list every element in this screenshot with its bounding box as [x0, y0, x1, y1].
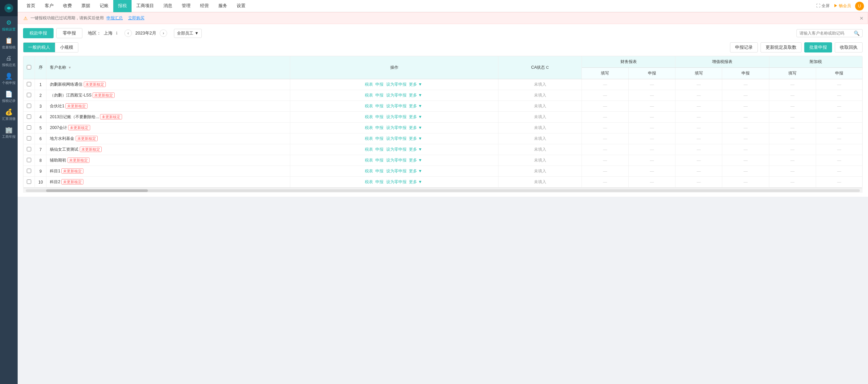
op-tax-form[interactable]: 税表: [365, 93, 373, 98]
op-declare[interactable]: 申报: [375, 179, 383, 184]
nav-tax[interactable]: 报税: [113, 0, 132, 12]
op-more[interactable]: 更多 ▼: [409, 125, 422, 130]
row-checkbox[interactable]: [23, 90, 35, 101]
op-declare[interactable]: 申报: [375, 104, 383, 108]
op-tax-form[interactable]: 税表: [365, 147, 373, 152]
op-declare[interactable]: 申报: [375, 93, 383, 98]
op-more[interactable]: 更多 ▼: [409, 169, 422, 173]
tab-small-taxpayer[interactable]: 小规模: [55, 43, 78, 52]
sidebar-item-annual-report[interactable]: 🏢 工商年报: [0, 124, 18, 142]
op-declare[interactable]: 申报: [375, 147, 383, 152]
op-tax-form[interactable]: 税表: [365, 104, 373, 108]
row-tax-declare: —: [722, 90, 769, 101]
search-icon[interactable]: 🔍: [854, 30, 860, 36]
nav-industrial[interactable]: 工商项目: [132, 0, 159, 12]
op-declare[interactable]: 申报: [375, 82, 383, 87]
sidebar-item-tax-records[interactable]: 📄 报税记录: [0, 88, 18, 106]
nav-manage[interactable]: 管理: [177, 0, 195, 12]
search-box[interactable]: 🔍: [796, 29, 863, 37]
sidebar-item-personal-tax[interactable]: 👤 个税申报: [0, 70, 18, 88]
update-quota-btn[interactable]: 更新统定及取数: [761, 42, 802, 52]
op-tax-form[interactable]: 税表: [365, 158, 373, 163]
op-set-zero[interactable]: 设为零申报: [386, 125, 407, 130]
op-declare[interactable]: 申报: [375, 136, 383, 141]
op-set-zero[interactable]: 设为零申报: [386, 158, 407, 163]
sidebar-item-annual-settle[interactable]: 💰 汇算清缴: [0, 106, 18, 124]
op-tax-form[interactable]: 税表: [365, 114, 373, 119]
batch-declare-btn[interactable]: 批量申报: [804, 42, 832, 52]
op-more[interactable]: 更多 ▼: [409, 136, 422, 141]
op-more[interactable]: 更多 ▼: [409, 104, 422, 108]
select-all-checkbox[interactable]: [27, 65, 31, 69]
op-set-zero[interactable]: 设为零申报: [386, 136, 407, 141]
op-more[interactable]: 更多 ▼: [409, 82, 422, 87]
op-more[interactable]: 更多 ▼: [409, 147, 422, 152]
personal-tax-icon: 👤: [5, 72, 13, 80]
date-next-btn[interactable]: ›: [160, 29, 167, 37]
nav-operation[interactable]: 经营: [195, 0, 214, 12]
topnav-right: ⛶ 全屏 ▶ 畅会员 U: [816, 2, 864, 10]
row-checkbox[interactable]: [23, 155, 35, 166]
fullscreen-btn[interactable]: ⛶ 全屏: [816, 3, 829, 9]
buy-now-link[interactable]: 立即购买: [128, 15, 144, 21]
op-tax-form[interactable]: 税表: [365, 179, 373, 184]
op-tax-form[interactable]: 税表: [365, 136, 373, 141]
op-set-zero[interactable]: 设为零申报: [386, 147, 407, 152]
declare-record-btn[interactable]: 申报记录: [730, 42, 758, 52]
op-more[interactable]: 更多 ▼: [409, 114, 422, 119]
op-set-zero[interactable]: 设为零申报: [386, 104, 407, 108]
department-select[interactable]: 全部员工 ▼: [174, 29, 202, 38]
op-declare[interactable]: 申报: [375, 169, 383, 173]
op-declare[interactable]: 申报: [375, 114, 383, 119]
banner-close-btn[interactable]: ✕: [860, 16, 864, 21]
op-tax-form[interactable]: 税表: [365, 82, 373, 87]
nav-settings[interactable]: 设置: [232, 0, 250, 12]
nav-billing[interactable]: 收费: [58, 0, 77, 12]
row-checkbox[interactable]: [23, 133, 35, 144]
row-checkbox[interactable]: [23, 166, 35, 177]
op-more[interactable]: 更多 ▼: [409, 179, 422, 184]
nav-clients[interactable]: 客户: [40, 0, 58, 12]
tab-zero-declare[interactable]: 零申报: [56, 28, 82, 38]
op-declare[interactable]: 申报: [375, 125, 383, 130]
nav-bookkeeping[interactable]: 记账: [95, 0, 113, 12]
op-tax-form[interactable]: 税表: [365, 125, 373, 130]
tab-general-taxpayer[interactable]: 一般的税人: [23, 43, 55, 52]
search-input[interactable]: [800, 31, 854, 36]
op-declare[interactable]: 申报: [375, 158, 383, 163]
row-checkbox[interactable]: [23, 101, 35, 112]
sidebar-item-batch-tax[interactable]: 📋 批量报税: [0, 34, 18, 52]
scrollbar-thumb[interactable]: [46, 189, 148, 192]
row-checkbox[interactable]: [23, 123, 35, 133]
row-checkbox[interactable]: [23, 79, 35, 90]
tag-unverified: 未更新核定: [61, 179, 83, 185]
row-checkbox[interactable]: [23, 177, 35, 188]
declare-summary-link[interactable]: 申报汇总: [106, 15, 123, 21]
header-no: 序: [35, 56, 46, 79]
tax-panel: 税款申报 零申报 地区： 上海 ℹ ‹ 2023年2月 › 全部员工 ▼ 🔍: [18, 24, 868, 197]
op-more[interactable]: 更多 ▼: [409, 158, 422, 163]
tab-tax-declare[interactable]: 税款申报: [23, 28, 54, 38]
nav-service[interactable]: 服务: [214, 0, 232, 12]
op-set-zero[interactable]: 设为零申报: [386, 179, 407, 184]
horizontal-scrollbar[interactable]: [23, 188, 863, 193]
op-set-zero[interactable]: 设为零申报: [386, 169, 407, 173]
op-more[interactable]: 更多 ▼: [409, 93, 422, 98]
nav-home[interactable]: 首页: [22, 0, 40, 12]
sidebar-item-tax-settings[interactable]: ⚙ 报税设置: [0, 16, 18, 34]
retrieve-return-btn[interactable]: 收取回执: [835, 42, 863, 52]
date-prev-btn[interactable]: ‹: [124, 29, 132, 37]
sidebar-item-tax-overview[interactable]: 🖨 报税总览: [0, 52, 18, 70]
member-btn[interactable]: ▶ 畅会员: [834, 3, 851, 9]
op-tax-form[interactable]: 税表: [365, 169, 373, 173]
op-set-zero[interactable]: 设为零申报: [386, 114, 407, 119]
op-set-zero[interactable]: 设为零申报: [386, 82, 407, 87]
ca-filter-icon[interactable]: C: [546, 65, 549, 69]
row-checkbox[interactable]: [23, 112, 35, 123]
avatar[interactable]: U: [855, 2, 864, 10]
row-checkbox[interactable]: [23, 144, 35, 155]
row-tax-declare: —: [722, 166, 769, 177]
nav-message[interactable]: 消息: [159, 0, 177, 12]
op-set-zero[interactable]: 设为零申报: [386, 93, 407, 98]
nav-invoice[interactable]: 票据: [77, 0, 95, 12]
